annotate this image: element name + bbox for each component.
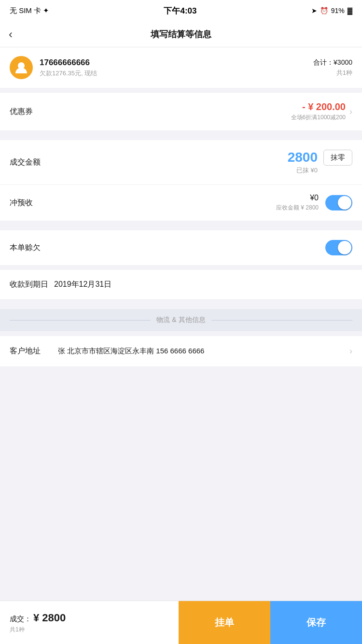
status-left: 无 SIM 卡 ✦ [10, 6, 49, 15]
status-time: 下午4:03 [164, 5, 196, 16]
status-right: ➤ ⏰ 91% ▓ [311, 7, 352, 14]
prepay-values: ¥0 应收金额 ¥ 2800 [276, 194, 319, 212]
bottom-deal-line: 成交： ¥ 2800 [10, 612, 169, 624]
customer-card: 17666666666 欠款1276.35元, 现结 合计：¥3000 共1种 [0, 47, 362, 88]
address-row[interactable]: 客户地址 张 北京市市辖区海淀区永丰南 156 6666 6666 › [0, 336, 362, 366]
debt-toggle[interactable] [325, 240, 352, 255]
separator-3 [0, 304, 362, 309]
coupon-right: - ¥ 200.00 全场6折满1000减200 › [291, 101, 352, 122]
divider-line-left [10, 320, 151, 321]
coupon-row[interactable]: 优惠券 - ¥ 200.00 全场6折满1000减200 › [0, 93, 362, 130]
sim-text: 无 SIM 卡 ✦ [10, 6, 49, 15]
address-chevron-icon: › [349, 346, 352, 356]
hang-order-button[interactable]: 挂单 [179, 601, 270, 644]
prepay-row: 冲预收 ¥0 应收金额 ¥ 2800 [0, 185, 362, 221]
separator-2 [0, 225, 362, 230]
status-bar: 无 SIM 卡 ✦ 下午4:03 ➤ ⏰ 91% ▓ [0, 0, 362, 21]
deal-amount-row: 成交金额 2800 已抹 ¥0 抹零 [0, 140, 362, 185]
due-date-row: 收款到期日 2019年12月31日 [0, 270, 362, 299]
bottom-bar: 成交： ¥ 2800 共1种 挂单 保存 [0, 601, 362, 644]
separator-1 [0, 135, 362, 140]
total-count: 共1种 [313, 69, 352, 77]
prepay-toggle[interactable] [325, 195, 352, 210]
save-button[interactable]: 保存 [270, 601, 362, 644]
prepay-right: ¥0 应收金额 ¥ 2800 [276, 194, 352, 212]
customer-details: 17666666666 欠款1276.35元, 现结 [40, 58, 97, 78]
deal-amount-value-area: 2800 已抹 ¥0 [288, 150, 318, 175]
deal-amount-label: 成交金额 [10, 157, 41, 168]
deal-zeroed-label: 已抹 ¥0 [288, 166, 318, 175]
logistics-divider-text: 物流 & 其他信息 [156, 316, 205, 324]
prepay-receivable: 应收金额 ¥ 2800 [276, 204, 319, 212]
debt-row: 本单赊欠 [0, 230, 362, 265]
round-zero-button[interactable]: 抹零 [323, 150, 352, 166]
alarm-icon: ⏰ [320, 7, 328, 14]
coupon-label: 优惠券 [10, 107, 33, 117]
deal-amount-value: 2800 [288, 150, 318, 165]
battery-text: 91% [331, 7, 345, 14]
coupon-amount: - ¥ 200.00 [291, 101, 346, 112]
coupon-info: - ¥ 200.00 全场6折满1000减200 [291, 101, 346, 122]
customer-info-left: 17666666666 欠款1276.35元, 现结 [10, 56, 97, 79]
due-date-value: 2019年12月31日 [54, 280, 111, 290]
address-label: 客户地址 [10, 346, 48, 356]
debt-label: 本单赊欠 [10, 243, 41, 253]
logistics-divider: 物流 & 其他信息 [0, 309, 362, 331]
avatar [10, 56, 33, 79]
customer-debt: 欠款1276.35元, 现结 [40, 69, 97, 78]
back-button[interactable]: ‹ [9, 28, 13, 41]
bottom-deal-amount: ¥ 2800 [33, 612, 66, 624]
due-date-label: 收款到期日 [10, 280, 48, 290]
main-content: 17666666666 欠款1276.35元, 现结 合计：¥3000 共1种 … [0, 47, 362, 516]
chevron-right-icon: › [349, 107, 352, 117]
customer-phone: 17666666666 [40, 58, 97, 68]
total-amount: 合计：¥3000 [313, 58, 352, 67]
coupon-desc: 全场6折满1000减200 [291, 113, 346, 122]
deal-amount-section: 成交金额 2800 已抹 ¥0 抹零 冲预收 ¥0 应收金额 ¥ 2800 [0, 140, 362, 221]
nav-bar: ‹ 填写结算等信息 [0, 21, 362, 47]
address-value: 张 北京市市辖区海淀区永丰南 156 6666 6666 [58, 346, 349, 357]
customer-total: 合计：¥3000 共1种 [313, 58, 352, 77]
page-title: 填写结算等信息 [151, 28, 211, 40]
battery-icon: ▓ [348, 7, 352, 14]
location-icon: ➤ [311, 7, 317, 14]
bottom-deal-label: 成交： [10, 615, 31, 624]
prepay-amount: ¥0 [276, 194, 319, 202]
empty-gray-area [0, 371, 362, 468]
divider-line-right [211, 320, 352, 321]
bottom-count: 共1种 [10, 626, 169, 634]
bottom-summary: 成交： ¥ 2800 共1种 [0, 612, 179, 634]
prepay-label: 冲预收 [10, 198, 33, 208]
